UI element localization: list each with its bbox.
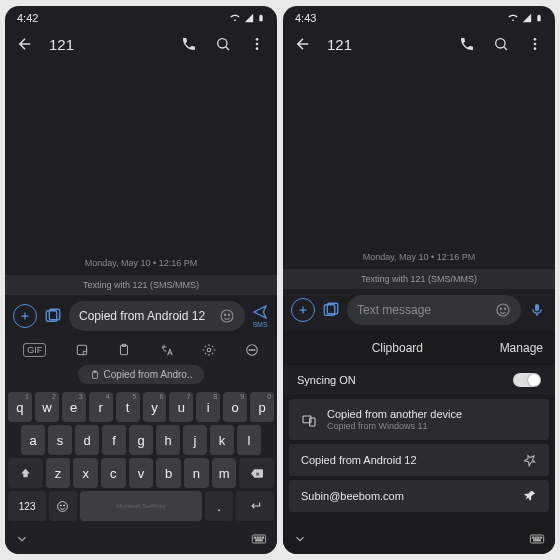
key-g[interactable]: g (129, 425, 153, 455)
key-l[interactable]: l (237, 425, 261, 455)
clipboard-item[interactable]: Copied from Android 12 (289, 444, 549, 476)
key-b[interactable]: b (156, 458, 181, 488)
key-s[interactable]: s (48, 425, 72, 455)
gallery-button[interactable] (321, 300, 341, 320)
status-bar: 4:42 (5, 6, 277, 26)
add-attachment-button[interactable] (291, 298, 315, 322)
keyboard-switcher-icon[interactable] (251, 533, 267, 545)
send-button[interactable]: SMS (251, 304, 269, 328)
clipboard-icon[interactable] (117, 343, 131, 357)
clipboard-item-subtitle: Copied from Windows 11 (327, 421, 537, 431)
key-e[interactable]: 3e (62, 392, 86, 422)
svg-point-15 (251, 349, 252, 350)
more-icon[interactable] (245, 343, 259, 357)
svg-point-14 (249, 349, 250, 350)
enter-key[interactable] (236, 491, 274, 521)
clipboard-title: Clipboard (295, 341, 500, 355)
keyboard-toolbar: GIF (5, 337, 277, 363)
key-o[interactable]: 9o (223, 392, 247, 422)
key-c[interactable]: c (101, 458, 126, 488)
manage-button[interactable]: Manage (500, 341, 543, 355)
status-time: 4:43 (295, 12, 316, 24)
nav-down-icon[interactable] (15, 532, 29, 546)
key-w[interactable]: 2w (35, 392, 59, 422)
keyboard: GIF Copied from Andro.. 1q2w3e4r5t6y7u8i… (5, 337, 277, 554)
voice-input-button[interactable] (527, 300, 547, 320)
clipboard-suggestion[interactable]: Copied from Andro.. (5, 363, 277, 390)
key-v[interactable]: v (129, 458, 154, 488)
key-a[interactable]: a (21, 425, 45, 455)
emoji-icon[interactable] (495, 302, 511, 318)
message-input-text: Copied from Android 12 (79, 309, 213, 323)
key-u[interactable]: 7u (169, 392, 193, 422)
search-button[interactable] (491, 34, 511, 54)
pin-icon-filled[interactable] (523, 489, 537, 503)
nav-down-icon[interactable] (293, 532, 307, 546)
device-icon (301, 412, 317, 428)
message-timestamp: Monday, May 10 • 12:16 PM (85, 258, 198, 268)
keyboard-switcher-icon[interactable] (529, 533, 545, 545)
back-button[interactable] (293, 34, 313, 54)
svg-point-19 (58, 501, 68, 511)
key-m[interactable]: m (212, 458, 237, 488)
signal-icon (522, 13, 532, 23)
message-input[interactable]: Copied from Android 12 (69, 301, 245, 331)
pin-icon[interactable] (523, 453, 537, 467)
backspace-key[interactable] (239, 458, 274, 488)
more-button[interactable] (525, 34, 545, 54)
svg-rect-24 (257, 537, 258, 538)
call-button[interactable] (457, 34, 477, 54)
svg-rect-27 (256, 540, 263, 541)
clipboard-item[interactable]: Copied from another device Copied from W… (289, 399, 549, 440)
add-attachment-button[interactable] (13, 304, 37, 328)
send-label: SMS (252, 321, 267, 328)
search-button[interactable] (213, 34, 233, 54)
svg-point-0 (218, 39, 227, 48)
gif-button[interactable]: GIF (23, 343, 46, 357)
more-button[interactable] (247, 34, 267, 54)
numeric-key[interactable]: 123 (8, 491, 46, 521)
key-j[interactable]: j (183, 425, 207, 455)
call-button[interactable] (179, 34, 199, 54)
key-k[interactable]: k (210, 425, 234, 455)
svg-point-31 (534, 47, 537, 50)
key-t[interactable]: 5t (116, 392, 140, 422)
svg-point-7 (224, 314, 225, 315)
svg-point-1 (256, 38, 259, 41)
gallery-button[interactable] (43, 306, 63, 326)
key-f[interactable]: f (102, 425, 126, 455)
key-d[interactable]: d (75, 425, 99, 455)
svg-rect-43 (540, 537, 541, 538)
shift-key[interactable] (8, 458, 43, 488)
conversation-title[interactable]: 121 (327, 36, 443, 53)
battery-icon (257, 12, 265, 24)
settings-icon[interactable] (202, 343, 216, 357)
conversation-title[interactable]: 121 (49, 36, 165, 53)
key-i[interactable]: 8i (196, 392, 220, 422)
chat-area: Monday, May 10 • 12:16 PM (283, 62, 555, 269)
sticker-icon[interactable] (75, 343, 89, 357)
emoji-icon[interactable] (219, 308, 235, 324)
sync-toggle[interactable] (513, 373, 541, 387)
key-p[interactable]: 0p (250, 392, 274, 422)
app-bar: 121 (283, 26, 555, 62)
emoji-key[interactable] (49, 491, 76, 521)
back-button[interactable] (15, 34, 35, 54)
clipboard-chip-text: Copied from Andro.. (104, 369, 193, 380)
clipboard-item-text: Copied from another device (327, 408, 537, 420)
key-z[interactable]: z (46, 458, 71, 488)
svg-point-8 (228, 314, 229, 315)
svg-point-12 (208, 348, 212, 352)
key-h[interactable]: h (156, 425, 180, 455)
key-n[interactable]: n (184, 458, 209, 488)
clipboard-panel: Clipboard Manage Syncing ON Copied from … (283, 331, 555, 554)
key-q[interactable]: 1q (8, 392, 32, 422)
spacebar-key[interactable]: Microsoft SwiftKey (80, 491, 203, 521)
period-key[interactable]: . (205, 491, 232, 521)
message-input[interactable]: Text message (347, 295, 521, 325)
key-y[interactable]: 6y (143, 392, 167, 422)
translate-icon[interactable] (160, 343, 174, 357)
key-r[interactable]: 4r (89, 392, 113, 422)
clipboard-item[interactable]: Subin@beebom.com (289, 480, 549, 512)
key-x[interactable]: x (73, 458, 98, 488)
